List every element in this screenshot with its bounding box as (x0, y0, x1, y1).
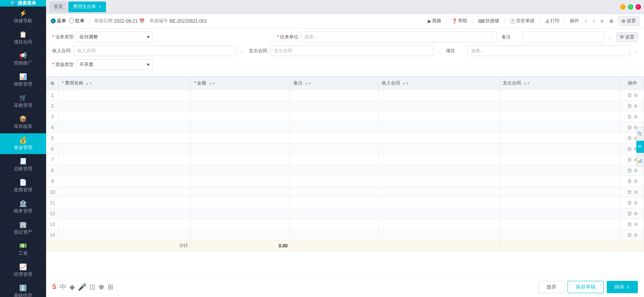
sort-income-contract[interactable]: ▲▼ (402, 81, 409, 85)
copy-icon-1[interactable]: ⊕ (634, 92, 638, 98)
cell-amount-11[interactable] (191, 197, 290, 208)
expense-contract-select[interactable]: 支出合同 (270, 45, 433, 56)
cell-amount-12[interactable] (191, 208, 290, 219)
cell-memo-14[interactable] (290, 230, 378, 241)
radio-blue[interactable] (51, 18, 56, 23)
table-row[interactable]: 10 🗑 ⊕ (46, 187, 644, 197)
settings-button[interactable]: ⚙ 设置 (618, 16, 639, 26)
cell-memo-1[interactable] (290, 90, 378, 101)
cell-income-contract-14[interactable] (378, 230, 500, 241)
maximize-button[interactable]: □ (628, 4, 633, 10)
copy-icon-2[interactable]: ⊕ (634, 103, 638, 109)
history-btn[interactable]: 🕐 历史单据 (508, 17, 536, 25)
footer-icon-chess[interactable]: ♚ (98, 283, 104, 291)
operations-btn[interactable]: 操作 (568, 17, 581, 25)
sidebar-item-fund-mgmt[interactable]: 💰 资金管理 (0, 133, 46, 154)
copy-icon-8[interactable]: ⊕ (634, 168, 638, 173)
sidebar-item-biz-mgmt[interactable]: 📈 经营管理 (0, 260, 46, 281)
cell-income-contract-10[interactable] (378, 187, 500, 197)
income-contract-select[interactable]: 收入合同 (74, 45, 237, 56)
cell-income-contract-3[interactable] (378, 111, 500, 122)
copy-icon-3[interactable]: ⊕ (634, 114, 638, 119)
footer-icon-mic[interactable]: 🎤 (78, 283, 86, 291)
right-tab-message[interactable]: ✉ (636, 141, 644, 153)
cell-income-contract-1[interactable] (378, 90, 500, 101)
cell-expense-name-13[interactable] (59, 219, 191, 230)
view-grid-btn[interactable]: ⊞ (608, 18, 615, 25)
cell-expense-contract-2[interactable] (500, 101, 621, 111)
cell-expense-name-14[interactable] (59, 230, 191, 241)
cell-memo-5[interactable] (290, 133, 378, 144)
cell-expense-name-4[interactable] (59, 122, 191, 133)
delete-icon-10[interactable]: 🗑 (627, 189, 632, 195)
delete-icon-11[interactable]: 🗑 (627, 200, 632, 206)
biz-type-select[interactable]: 应付调整 ▾ (76, 32, 153, 42)
cell-memo-7[interactable] (290, 154, 378, 165)
radio-red[interactable] (69, 18, 74, 23)
cell-memo-4[interactable] (290, 122, 378, 133)
cell-expense-contract-3[interactable] (500, 111, 621, 122)
sidebar-item-basic-info[interactable]: ℹ️ 基础信息 (0, 281, 46, 297)
cell-amount-5[interactable] (191, 133, 290, 144)
cell-amount-8[interactable] (191, 165, 290, 176)
cell-expense-contract-11[interactable] (500, 197, 621, 208)
cell-expense-contract-12[interactable] (500, 208, 621, 219)
table-row[interactable]: 3 🗑 ⊕ (46, 111, 644, 122)
cell-expense-name-7[interactable] (59, 154, 191, 165)
delete-icon-1[interactable]: 🗑 (627, 92, 632, 98)
copy-icon-14[interactable]: ⊕ (634, 232, 638, 238)
tab-expense[interactable]: 费用支出单 × (68, 2, 106, 12)
table-row[interactable]: 11 🗑 ⊕ (46, 197, 644, 208)
sidebar-item-accounting[interactable]: 🧾 总账管理 (0, 154, 46, 176)
close-button[interactable]: × (636, 4, 641, 10)
delete-icon-3[interactable]: 🗑 (627, 114, 632, 119)
cell-expense-name-3[interactable] (59, 111, 191, 122)
cell-memo-8[interactable] (290, 165, 378, 176)
table-row[interactable]: 2 🗑 ⊕ (46, 101, 644, 111)
table-row[interactable]: 6 🗑 ⊕ (46, 144, 644, 154)
memo-dots[interactable]: ... (608, 34, 612, 40)
cell-income-contract-6[interactable] (378, 144, 500, 154)
cell-memo-2[interactable] (290, 101, 378, 111)
cell-memo-10[interactable] (290, 187, 378, 197)
table-row[interactable]: 13 🗑 ⊕ (46, 219, 644, 230)
cell-expense-contract-9[interactable] (500, 176, 621, 187)
tab-expense-close[interactable]: × (99, 5, 101, 9)
delete-icon-6[interactable]: 🗑 (627, 146, 632, 152)
delete-icon-14[interactable]: 🗑 (627, 232, 632, 238)
cell-memo-11[interactable] (290, 197, 378, 208)
cell-income-contract-4[interactable] (378, 122, 500, 133)
sidebar-item-tax-mgmt[interactable]: 🏦 税务管理 (0, 197, 46, 218)
delete-icon-7[interactable]: 🗑 (627, 157, 632, 163)
sort-expense-name[interactable]: ▲▼ (85, 81, 92, 85)
tab-home[interactable]: 首页 (49, 2, 68, 12)
table-row[interactable]: 5 🗑 ⊕ (46, 133, 644, 144)
project-dots[interactable]: ... (634, 48, 638, 53)
partner-dots[interactable]: ... (490, 34, 493, 40)
income-contract-dots[interactable]: ... (240, 48, 244, 53)
footer-icon-box[interactable]: ⊡ (89, 283, 95, 291)
cell-memo-9[interactable] (290, 176, 378, 187)
nav-next-btn[interactable]: › (591, 18, 596, 25)
copy-icon-11[interactable]: ⊕ (634, 200, 638, 206)
shortcut-btn[interactable]: ⌨ 快捷键 (477, 17, 501, 25)
cell-expense-contract-10[interactable] (500, 187, 621, 197)
cell-income-contract-11[interactable] (378, 197, 500, 208)
cell-expense-contract-5[interactable] (500, 133, 621, 144)
right-tab-chart[interactable]: 📊 (636, 154, 644, 166)
cell-expense-contract-4[interactable] (500, 122, 621, 133)
cell-amount-1[interactable] (191, 90, 290, 101)
help-btn[interactable]: ❓ 帮助 (450, 17, 469, 25)
sidebar-item-sales-mgmt[interactable]: 📊 销售管理 (0, 70, 46, 91)
sidebar-item-sales-promo[interactable]: 📢 营销推广 (0, 49, 46, 70)
minimize-button[interactable]: − (620, 4, 626, 10)
cell-expense-name-9[interactable] (59, 176, 191, 187)
cell-expense-name-6[interactable] (59, 144, 191, 154)
sidebar-header[interactable]: 🔍 搜索菜单 (0, 0, 46, 7)
cell-income-contract-2[interactable] (378, 101, 500, 111)
table-row[interactable]: 9 🗑 ⊕ (46, 176, 644, 187)
cell-expense-name-2[interactable] (59, 101, 191, 111)
cell-amount-7[interactable] (191, 154, 290, 165)
cell-memo-6[interactable] (290, 144, 378, 154)
save-button[interactable]: 保存 ∨ (607, 281, 638, 293)
